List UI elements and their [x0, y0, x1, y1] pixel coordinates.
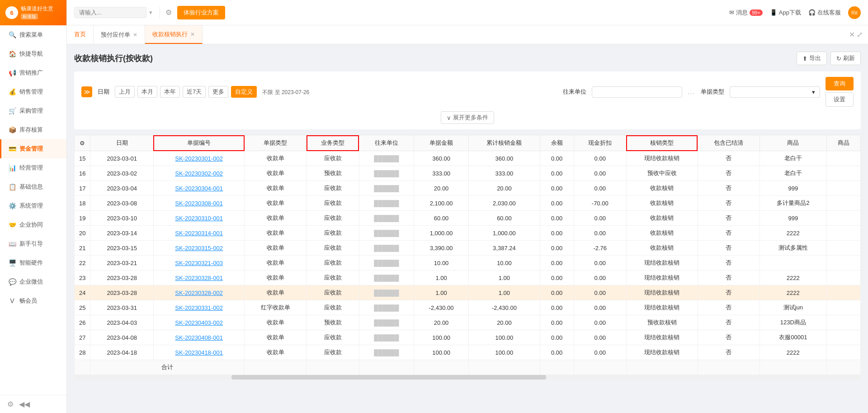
doc-no-link[interactable]: SK-20230321-003	[175, 260, 223, 266]
purchase-icon: 🛒	[9, 107, 16, 114]
table-row: 19 2023-03-10 SK-20230310-001 收款单 应收款 ██…	[75, 211, 861, 226]
sidebar-item-finance[interactable]: 💳 资金管理	[0, 139, 66, 158]
doc-no-link[interactable]: SK-20230331-002	[175, 304, 223, 311]
col-header-doc-no: 单据编号	[153, 135, 245, 151]
tab-expand-icon[interactable]: ⤢	[857, 30, 863, 39]
collapse-icon[interactable]: ◀◀	[19, 400, 30, 408]
doc-no-link[interactable]: SK-20230310-001	[175, 215, 223, 222]
table-row: 15 2023-03-01 SK-20230301-002 收款单 应收款 ██…	[75, 151, 861, 166]
hardware-icon: 🖥️	[9, 259, 16, 266]
doc-no-link[interactable]: SK-20230418-001	[175, 349, 223, 356]
date-quick-buttons: 上月 本月 本年 近7天 更多 自定义	[115, 86, 257, 98]
logo-icon: 6	[5, 6, 18, 19]
tab-home[interactable]: 首页	[67, 25, 94, 44]
sidebar-item-member[interactable]: V 畅会员	[0, 291, 66, 310]
doc-no-link[interactable]: SK-20230302-002	[175, 170, 223, 177]
more-date-button[interactable]: 更多	[208, 86, 228, 98]
query-button[interactable]: 查询	[826, 77, 854, 90]
sidebar-item-sales[interactable]: 💰 销售管理	[0, 82, 66, 101]
col-header-written-off: 累计核销金额	[469, 135, 540, 151]
industry-solution-button[interactable]: 体验行业方案	[177, 6, 225, 19]
export-button[interactable]: ⬆ 导出	[797, 52, 827, 65]
table-row: 24 2023-03-28 SK-20230328-002 收款单 应收款 ██…	[75, 285, 861, 300]
settings-button[interactable]: 设置	[826, 92, 854, 107]
doc-no-link[interactable]: SK-20230301-002	[175, 155, 223, 162]
table-row: 21 2023-03-15 SK-20230315-002 收款单 应收款 ██…	[75, 241, 861, 256]
prepay-tab-close-icon[interactable]: ✕	[133, 32, 137, 38]
sidebar-item-enterprise[interactable]: 🤝 企业协同	[0, 215, 66, 234]
doc-no-link[interactable]: SK-20230315-002	[175, 245, 223, 252]
total-row: 合计	[75, 360, 861, 375]
last-month-button[interactable]: 上月	[115, 86, 135, 98]
finance-icon: 💳	[9, 145, 16, 152]
sidebar-item-basic[interactable]: 📋 基础信息	[0, 177, 66, 196]
custom-date-button[interactable]: 自定义	[231, 86, 257, 98]
col-header-settings[interactable]: ⚙	[75, 135, 90, 151]
refresh-button[interactable]: ↻ 刷新	[830, 52, 861, 65]
marketing-icon: 📢	[9, 69, 16, 76]
topbar-brand: ▾	[74, 7, 160, 18]
filter-toggle-button[interactable]: ≫	[81, 86, 92, 97]
col-header-amount: 单据金额	[414, 135, 469, 151]
messages-item[interactable]: ✉ 消息 99+	[729, 9, 763, 17]
filter-panel: ≫ 日期 上月 本月 本年 近7天 更多 自定义 不限 至 2023-07-26…	[74, 71, 861, 129]
partner-filter-input[interactable]	[592, 86, 682, 98]
sidebar-item-inventory[interactable]: 📦 库存核算	[0, 120, 66, 139]
filter-row-1: ≫ 日期 上月 本月 本年 近7天 更多 自定义 不限 至 2023-07-26…	[81, 77, 854, 107]
online-service-item[interactable]: 🎧 在线客服	[808, 9, 841, 17]
total-label: 合计	[90, 360, 245, 375]
table-row: 28 2023-04-18 SK-20230418-001 收款单 应收款 ██…	[75, 345, 861, 360]
col-header-product: 商品	[760, 135, 827, 151]
tab-close-all-icon[interactable]: ✕	[849, 30, 855, 39]
doc-no-link[interactable]: SK-20230408-001	[175, 334, 223, 341]
col-header-discount: 现金折扣	[574, 135, 626, 151]
table-row: 26 2023-04-03 SK-20230403-002 收款单 预收款 ██…	[75, 315, 861, 330]
page-title: 收款核销执行(按收款)	[74, 53, 153, 64]
sidebar-item-hardware[interactable]: 🖥️ 智能硬件	[0, 253, 66, 272]
sidebar-item-search[interactable]: 🔍 搜索菜单	[0, 25, 66, 44]
user-avatar[interactable]: Rit	[848, 6, 861, 19]
doc-no-link[interactable]: SK-20230314-001	[175, 230, 223, 237]
doc-no-link[interactable]: SK-20230328-001	[175, 275, 223, 281]
sidebar-item-purchase[interactable]: 🛒 采购管理	[0, 101, 66, 120]
topbar-search-input[interactable]	[74, 7, 146, 18]
tab-prepay[interactable]: 预付应付单 ✕	[94, 25, 145, 44]
writeoff-tab-label: 收款核销执行	[152, 30, 188, 38]
sidebar-item-system[interactable]: ⚙️ 系统管理	[0, 196, 66, 215]
basic-icon: 📋	[9, 183, 16, 190]
this-year-button[interactable]: 本年	[160, 86, 180, 98]
expand-more-conditions-button[interactable]: ∨ 展开更多条件	[441, 111, 494, 124]
filter-dots: ...	[688, 89, 695, 95]
guide-icon: 📖	[9, 240, 16, 247]
settings-icon[interactable]: ⚙	[7, 400, 14, 408]
home-tab-label: 首页	[74, 30, 86, 38]
page-header: 收款核销执行(按收款) ⬆ 导出 ↻ 刷新	[74, 52, 861, 65]
sidebar-item-operation[interactable]: 📊 经营管理	[0, 158, 66, 177]
col-header-product2: 商品	[827, 135, 861, 151]
tabbar: 首页 预付应付单 ✕ 收款核销执行 ✕ ✕ ⤢	[67, 25, 868, 44]
export-icon: ⬆	[802, 55, 807, 62]
table-row: 25 2023-03-31 SK-20230331-002 红字收款单 应收款 …	[75, 300, 861, 315]
doc-no-link[interactable]: SK-20230304-001	[175, 185, 223, 192]
doc-type-select[interactable]: ▾	[730, 86, 820, 98]
this-month-button[interactable]: 本月	[137, 86, 157, 98]
enterprise-icon: 🤝	[9, 221, 16, 228]
sidebar-item-marketing[interactable]: 📢 营销推广	[0, 63, 66, 82]
last-7-days-button[interactable]: 近7天	[183, 86, 206, 98]
topbar-gear-icon[interactable]: ⚙	[165, 8, 172, 17]
chevron-down-icon: ∨	[447, 114, 451, 121]
sidebar-item-quick-nav[interactable]: 🏠 快捷导航	[0, 44, 66, 63]
doc-no-link[interactable]: SK-20230308-001	[175, 200, 223, 207]
app-download-item[interactable]: 📱 App下载	[770, 9, 801, 17]
writeoff-tab-close-icon[interactable]: ✕	[190, 31, 195, 38]
sidebar-item-guide[interactable]: 📖 新手引导	[0, 234, 66, 253]
message-icon: ✉	[729, 9, 734, 16]
doc-no-link[interactable]: SK-20230403-002	[175, 319, 223, 326]
table-row: 23 2023-03-28 SK-20230328-001 收款单 应收款 ██…	[75, 271, 861, 285]
tab-writeoff[interactable]: 收款核销执行 ✕	[145, 25, 203, 44]
doc-type-filter-label: 单据类型	[701, 88, 724, 96]
sidebar-item-wechat[interactable]: 💬 企业微信	[0, 272, 66, 291]
member-icon: V	[9, 297, 16, 304]
doc-no-link[interactable]: SK-20230328-002	[175, 290, 223, 296]
tab-actions: ✕ ⤢	[844, 25, 868, 44]
